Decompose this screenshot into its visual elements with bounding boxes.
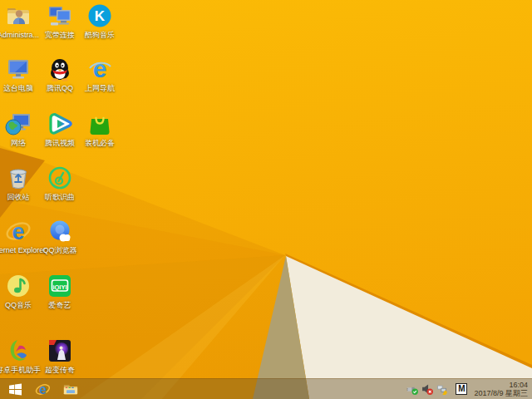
svg-text:e: e bbox=[12, 219, 24, 244]
desktop-icon-label: 回收站 bbox=[7, 193, 30, 202]
taskbar[interactable]: e M 16:04 2017/8/9 星期三 bbox=[0, 378, 532, 399]
desktop-icon-label: 超变传奇 bbox=[45, 366, 75, 375]
haozhuo-icon bbox=[5, 337, 32, 364]
usb-safely-remove-icon[interactable] bbox=[406, 383, 418, 395]
tingge-shiqu[interactable]: 听歌识曲 bbox=[29, 165, 91, 202]
desktop-icon-label: 酷狗音乐 bbox=[85, 31, 115, 40]
start-button[interactable] bbox=[2, 379, 27, 399]
ime-indicator[interactable]: M bbox=[456, 383, 467, 395]
taskbar-internet-explorer[interactable]: e bbox=[31, 379, 54, 399]
network-warning-icon[interactable] bbox=[436, 383, 448, 395]
zhuangji-bibei[interactable]: 装机必备 bbox=[69, 111, 131, 148]
svg-text:e: e bbox=[39, 382, 47, 397]
iqiyi-icon: iQIYI bbox=[47, 273, 73, 299]
taskbar-clock[interactable]: 16:04 2017/8/9 星期三 bbox=[474, 381, 532, 398]
qq-music-icon bbox=[5, 273, 32, 299]
desktop[interactable]: Administra...宽带连接K酷狗音乐这台电脑腾讯QQe上网导航网络腾讯视… bbox=[0, 0, 532, 399]
desktop-icon-label: 上网导航 bbox=[85, 84, 115, 93]
clock-time: 16:04 bbox=[474, 381, 528, 390]
kugou-icon: K bbox=[86, 2, 113, 29]
recycle-bin-icon bbox=[5, 165, 32, 191]
svg-text:K: K bbox=[95, 8, 106, 24]
ie-icon: e bbox=[5, 218, 32, 244]
e-nav-icon: e bbox=[86, 56, 113, 82]
clock-date: 2017/8/9 星期三 bbox=[474, 389, 528, 398]
system-tray: M 16:04 2017/8/9 星期三 bbox=[406, 379, 532, 399]
chaobian-chuanqi[interactable]: 超变传奇 bbox=[29, 337, 91, 375]
volume-muted-icon[interactable] bbox=[421, 383, 433, 395]
network-globe-icon bbox=[5, 111, 32, 137]
desktop-icon-label: 装机必备 bbox=[85, 139, 115, 148]
desktop-icon-label: 听歌识曲 bbox=[45, 193, 75, 202]
user-folder-icon bbox=[5, 2, 32, 29]
iqiyi[interactable]: iQIYI爱奇艺 bbox=[29, 273, 91, 310]
qq-browser[interactable]: QQ浏览器 bbox=[29, 218, 91, 255]
desktop-icon-label: 爱奇艺 bbox=[49, 301, 71, 310]
kugou-music[interactable]: K酷狗音乐 bbox=[69, 2, 131, 40]
svg-text:iQIYI: iQIYI bbox=[52, 283, 66, 291]
taskbar-file-explorer[interactable] bbox=[57, 379, 84, 399]
qq-browser-icon bbox=[47, 218, 73, 244]
music-recognize-icon bbox=[47, 165, 73, 191]
desktop-icon-label: 网络 bbox=[11, 139, 26, 148]
desktop-icon-label: QQ浏览器 bbox=[42, 246, 76, 255]
desktop-icon-label: QQ音乐 bbox=[5, 301, 32, 310]
game-legend-icon bbox=[47, 337, 73, 364]
computer-icon bbox=[5, 56, 32, 82]
green-bag-icon bbox=[86, 111, 113, 137]
internet-navigation[interactable]: e上网导航 bbox=[69, 56, 131, 93]
svg-text:e: e bbox=[93, 56, 107, 82]
